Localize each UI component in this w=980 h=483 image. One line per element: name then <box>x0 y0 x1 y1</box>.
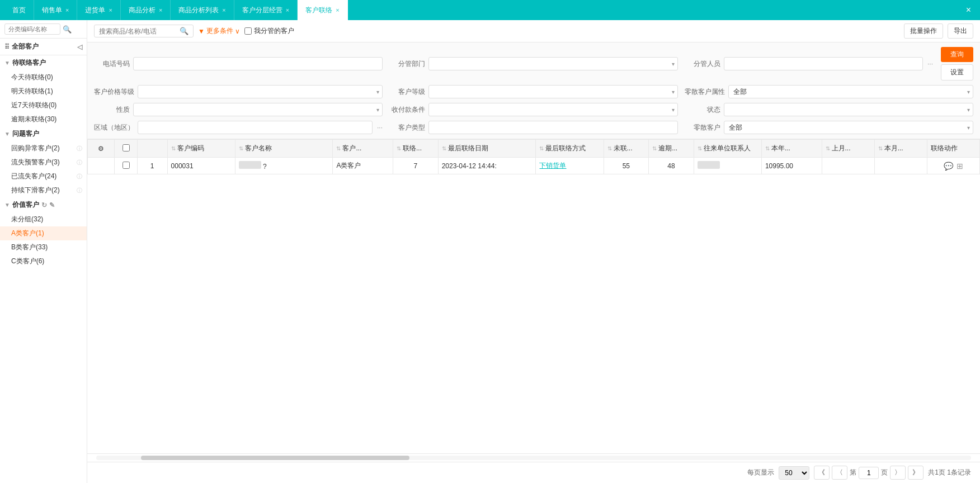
qr-icon[interactable]: ⊞ <box>957 162 963 171</box>
nav-customer-tier[interactable]: 客户分层经营 × <box>234 0 298 20</box>
payment-select[interactable] <box>428 103 678 116</box>
h-scroll-thumb[interactable] <box>141 456 409 460</box>
chat-icon[interactable]: 💬 <box>944 162 953 171</box>
cust-level-select[interactable] <box>428 85 678 98</box>
settings-icon[interactable]: ⚙ <box>98 145 104 153</box>
close-customer-contact[interactable]: × <box>336 7 339 13</box>
sidebar-class-c[interactable]: C类客户(6) <box>0 254 87 268</box>
sidebar-class-b[interactable]: B类客户(33) <box>0 240 87 254</box>
sort-icon-lastmonth: ⇅ <box>826 145 830 151</box>
sidebar-collapse-btn[interactable]: ◁ <box>77 43 82 51</box>
close-analysis-list[interactable]: × <box>222 7 225 13</box>
payment-label: 收付款条件 <box>389 105 425 115</box>
dept-select[interactable] <box>428 57 678 70</box>
nav-sales[interactable]: 销售单 × <box>34 0 77 20</box>
region-label: 区域（地区） <box>94 123 134 132</box>
th-contact[interactable]: ⇅联络... <box>393 140 438 158</box>
status-select[interactable] <box>724 103 973 116</box>
sidebar-tomorrow-pending[interactable]: 明天待联络(1) <box>0 84 87 98</box>
lastway-link[interactable]: 下销货单 <box>539 162 566 169</box>
close-purchase[interactable]: × <box>109 7 112 13</box>
th-thisyear[interactable]: ⇅本年... <box>761 140 822 158</box>
nav-home[interactable]: 首页 <box>4 0 34 20</box>
group-pending[interactable]: ▼ 待联络客户 <box>0 55 87 70</box>
scatter-cust-label: 零散客户 <box>685 123 720 132</box>
th-overdue[interactable]: ⇅逾期... <box>649 140 694 158</box>
nav-analysis[interactable]: 商品分析 × <box>121 0 171 20</box>
td-settings <box>88 158 115 174</box>
sidebar-repurchase-abnormal[interactable]: 回购异常客户(2) ⓘ <box>0 141 87 155</box>
sidebar-search-icon[interactable]: 🔍 <box>63 25 72 34</box>
sort-icon-type: ⇅ <box>336 145 341 151</box>
sidebar-declining[interactable]: 持续下滑客户(2) ⓘ <box>0 183 87 197</box>
sidebar-search-input[interactable] <box>4 23 60 35</box>
th-type[interactable]: ⇅客户... <box>333 140 393 158</box>
nav-analysis-list[interactable]: 商品分析列表 × <box>171 0 234 20</box>
sidebar-today-pending[interactable]: 今天待联络(0) <box>0 70 87 84</box>
batch-op-btn[interactable]: 批量操作 <box>904 23 943 39</box>
th-lastmonth[interactable]: ⇅上月... <box>822 140 874 158</box>
filter-row-price-level: 客户价格等级 ▾ <box>94 85 383 98</box>
th-code[interactable]: ⇅客户编码 <box>167 140 235 158</box>
next-page-btn[interactable]: 〉 <box>890 466 906 480</box>
edit-icon[interactable]: ✎ <box>49 201 55 209</box>
query-btn[interactable]: 查询 <box>941 47 973 62</box>
my-customers-checkbox[interactable] <box>244 27 252 35</box>
row-checkbox[interactable] <box>123 162 130 169</box>
region-input[interactable] <box>138 121 373 134</box>
page-size-select[interactable]: 50 100 200 <box>779 466 809 480</box>
th-company[interactable]: ⇅往来单位联系人 <box>694 140 761 158</box>
sidebar-unclassified[interactable]: 未分组(32) <box>0 212 87 226</box>
close-analysis[interactable]: × <box>159 7 162 13</box>
close-customer-tier[interactable]: × <box>286 7 289 13</box>
price-level-select[interactable] <box>138 85 383 98</box>
th-name[interactable]: ⇅客户名称 <box>235 140 333 158</box>
sidebar-7days-pending[interactable]: 近7天待联络(0) <box>0 98 87 112</box>
person-dots[interactable]: ··· <box>927 60 933 68</box>
th-lastdate[interactable]: ⇅最后联络日期 <box>438 140 536 158</box>
person-input[interactable] <box>724 57 923 70</box>
phone-input[interactable] <box>133 57 383 70</box>
first-page-btn[interactable]: 《 <box>814 466 830 480</box>
filter-icon: ▼ <box>198 27 205 35</box>
refresh-icon[interactable]: ↻ <box>41 201 47 209</box>
close-all-tabs[interactable]: × <box>962 5 976 15</box>
th-nocontact[interactable]: ⇅未联... <box>604 140 649 158</box>
sidebar-overdue-pending[interactable]: 逾期未联络(30) <box>0 112 87 126</box>
scatter-attr-select[interactable]: 全部 <box>728 85 973 98</box>
td-check[interactable] <box>115 158 137 174</box>
group-problem[interactable]: ▼ 问题客户 <box>0 126 87 141</box>
h-scroll-track <box>96 456 971 460</box>
export-btn[interactable]: 导出 <box>948 23 973 39</box>
page-input[interactable] <box>859 467 879 479</box>
main-search-input[interactable] <box>99 27 177 35</box>
sort-icon-thismonth: ⇅ <box>878 145 883 151</box>
group-value[interactable]: ▼ 价值客户 ↻ ✎ <box>0 197 87 212</box>
more-conditions-btn[interactable]: ▼ 更多条件 ∨ <box>198 26 240 36</box>
nav-purchase[interactable]: 进货单 × <box>77 0 120 20</box>
sidebar-churn-warning[interactable]: 流失预警客户(3) ⓘ <box>0 155 87 169</box>
last-page-btn[interactable]: 》 <box>908 466 924 480</box>
scatter-cust-select[interactable]: 全部 <box>724 121 973 134</box>
nav-customer-contact[interactable]: 客户联络 × <box>298 0 347 20</box>
th-action: 联络动作 <box>927 140 979 158</box>
nature-select[interactable] <box>133 103 383 116</box>
sidebar-churned[interactable]: 已流失客户(24) ⓘ <box>0 169 87 183</box>
region-dots[interactable]: ··· <box>377 124 383 131</box>
settings-btn[interactable]: 设置 <box>941 64 973 80</box>
sort-icon-lastway: ⇅ <box>539 145 544 151</box>
info-icon-0: ⓘ <box>77 145 82 153</box>
th-thismonth[interactable]: ⇅本月... <box>874 140 927 158</box>
td-lastway[interactable]: 下销货单 <box>536 158 604 174</box>
h-scrollbar[interactable] <box>87 453 980 462</box>
cust-type-input[interactable] <box>428 121 678 134</box>
th-lastway[interactable]: ⇅最后联络方式 <box>536 140 604 158</box>
prev-page-btn[interactable]: 〈 <box>832 466 847 480</box>
th-settings[interactable]: ⚙ <box>88 140 115 158</box>
my-customers-check[interactable]: 我分管的客户 <box>244 26 294 36</box>
main-search-icon[interactable]: 🔍 <box>180 27 189 35</box>
th-check[interactable] <box>115 140 137 158</box>
select-all-checkbox[interactable] <box>123 144 130 151</box>
sidebar-class-a[interactable]: A类客户(1) <box>0 226 87 240</box>
close-sales[interactable]: × <box>65 7 69 13</box>
